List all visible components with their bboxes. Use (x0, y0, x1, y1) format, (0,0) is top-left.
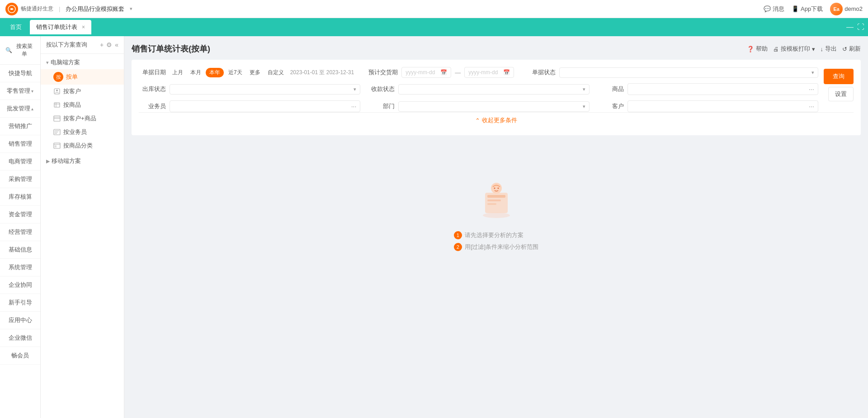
scheme-settings-icon[interactable]: ⚙ (106, 41, 112, 48)
sidebar-item-sales[interactable]: 销售管理 (0, 135, 40, 153)
sidebar-search-btn[interactable]: 🔍 搜索菜单 (4, 41, 37, 60)
filter-card: 单据日期 上月 本月 本年 (132, 60, 861, 135)
tree-item-by-customer-goods[interactable]: 按客户+商品 (41, 112, 124, 125)
filter-expected-date-group: 预计交货期 yyyy-mm-dd 📅 — yyyy-mm-dd 📅 (368, 67, 514, 78)
home-tab-label: 首页 (10, 23, 22, 31)
pay-status-select[interactable]: ▾ (398, 84, 589, 95)
settings-btn[interactable]: 设置 (828, 87, 854, 101)
date-separator: — (455, 69, 461, 76)
page-actions: ❓ 帮助 🖨 按模板打印 ▾ ↓ 导出 ↺ 刷新 (747, 45, 861, 53)
filter-row-2: 出库状态 ▾ 收款状态 ▾ (139, 83, 818, 95)
tree-item-by-order[interactable]: 按 按单 (41, 69, 124, 85)
date-btn-last-month[interactable]: 上月 (170, 68, 186, 77)
app-download-label: App下载 (801, 5, 823, 13)
sidebar-item-basic[interactable]: 基础信息 (0, 241, 40, 259)
goods-more-icon[interactable]: ··· (809, 86, 814, 93)
tree-item-by-category[interactable]: 按商品分类 (41, 139, 124, 152)
app-icon: 📱 (792, 5, 799, 12)
query-btn[interactable]: 查询 (824, 69, 854, 84)
sidebar-item-shortcut[interactable]: 快捷导航 (0, 65, 40, 82)
tree-group-pc[interactable]: ▾ 电脑端方案 (41, 56, 124, 69)
tab-sales-stats[interactable]: 销售订单统计表 × (30, 20, 91, 34)
ship-status-select[interactable]: ▾ (170, 84, 360, 95)
top-bar: 畅捷通好生意 | 办公用品行业模拟账套 ▾ 💬 消息 📱 App下载 Ea de… (0, 0, 868, 18)
by-goods-icon (53, 101, 61, 109)
page-title: 销售订单统计表(按单) (132, 43, 210, 54)
date-btn-more[interactable]: 更多 (247, 68, 263, 77)
system-dropdown-arrow[interactable]: ▾ (130, 6, 132, 12)
expected-date-end[interactable]: yyyy-mm-dd 📅 (464, 67, 514, 78)
expected-date-start[interactable]: yyyy-mm-dd 📅 (401, 67, 451, 78)
sidebar-item-retail[interactable]: 零售管理 ▾ (0, 82, 40, 100)
left-panel-actions: + ⚙ « (100, 41, 118, 48)
filter-dept-group: 部门 ▾ (368, 101, 589, 112)
svg-rect-15 (55, 145, 57, 147)
sidebar-item-member[interactable]: 畅会员 (0, 347, 40, 365)
date-btn-custom[interactable]: 自定义 (265, 68, 287, 77)
hint-text-2: 用[过滤]条件来缩小分析范围 (465, 243, 538, 251)
date-btn-last-7days[interactable]: 近7天 (226, 68, 245, 77)
date-quick-btns: 上月 本月 本年 近7天 (170, 68, 287, 77)
content-area: 销售订单统计表(按单) ❓ 帮助 🖨 按模板打印 ▾ ↓ 导出 ↺ 刷新 (124, 36, 868, 418)
user-area[interactable]: Ea demo2 (830, 3, 863, 15)
staff-more-icon[interactable]: ··· (351, 103, 357, 110)
status-dropdown-arrow: ▾ (811, 70, 814, 76)
expected-date-start-placeholder: yyyy-mm-dd (406, 69, 435, 76)
goods-select[interactable]: ··· (627, 83, 818, 95)
date-range-text: 2023-01-01 至 2023-12-31 (290, 69, 354, 76)
svg-rect-18 (487, 195, 505, 198)
sidebar-item-marketing[interactable]: 营销推广 (0, 118, 40, 135)
tree-item-by-staff[interactable]: 按业务员 (41, 125, 124, 139)
left-panel-header: 按以下方案查询 + ⚙ « (41, 36, 124, 54)
tab-home[interactable]: 首页 (4, 20, 28, 34)
tab-minimize-btn[interactable]: — (846, 23, 854, 31)
hint-num-2: 2 (454, 243, 462, 251)
sidebar-item-finance[interactable]: 资金管理 (0, 206, 40, 223)
staff-select[interactable]: ··· (170, 100, 360, 112)
collapse-panel-icon[interactable]: « (115, 41, 118, 48)
tree-item-by-customer[interactable]: 按客户 (41, 85, 124, 98)
sidebar-item-system[interactable]: 系统管理 (0, 259, 40, 276)
sidebar-item-purchase[interactable]: 采购管理 (0, 171, 40, 188)
tab-close-btn[interactable]: × (82, 24, 85, 30)
tab-actions: — ⛶ (846, 23, 864, 31)
message-btn[interactable]: 💬 消息 (764, 5, 784, 13)
date-btn-this-month[interactable]: 本月 (188, 68, 204, 77)
customer-select[interactable]: ··· (627, 100, 818, 112)
svg-point-22 (494, 188, 495, 189)
sidebar-item-wholesale[interactable]: 批发管理 ▴ (0, 100, 40, 118)
app-download-btn[interactable]: 📱 App下载 (792, 5, 823, 13)
tab-expand-btn[interactable]: ⛶ (857, 23, 864, 31)
tree-mobile-expand-icon: ▶ (46, 158, 50, 164)
customer-more-icon[interactable]: ··· (809, 103, 814, 110)
svg-point-2 (56, 90, 58, 91)
filter-row-1: 单据日期 上月 本月 本年 (139, 67, 818, 78)
print-btn[interactable]: 🖨 按模板打印 ▾ (773, 45, 815, 53)
tree-group-mobile[interactable]: ▶ 移动端方案 (41, 154, 124, 168)
collapse-filter-btn[interactable]: ⌃ 收起更多条件 (139, 112, 854, 128)
export-btn[interactable]: ↓ 导出 (821, 45, 837, 53)
sidebar-item-inventory[interactable]: 库存核算 (0, 188, 40, 206)
sidebar-item-ecommerce[interactable]: 电商管理 (0, 153, 40, 171)
help-btn[interactable]: ❓ 帮助 (747, 45, 768, 53)
tree-item-by-goods[interactable]: 按商品 (41, 98, 124, 112)
sidebar-item-operations[interactable]: 经营管理 (0, 223, 40, 241)
add-scheme-btn[interactable]: + (100, 41, 104, 48)
pay-status-dropdown-arrow: ▾ (583, 86, 585, 92)
pay-status-label: 收款状态 (368, 85, 395, 93)
sidebar-search-area: 🔍 搜索菜单 (0, 36, 40, 65)
export-icon: ↓ (821, 46, 824, 52)
status-select[interactable]: ▾ (559, 67, 818, 78)
collapse-icon: ⌃ (475, 117, 480, 124)
sidebar-item-wechat[interactable]: 企业微信 (0, 329, 40, 347)
sidebar-item-enterprise[interactable]: 企业协同 (0, 276, 40, 294)
sidebar: 🔍 搜索菜单 快捷导航 零售管理 ▾ 批发管理 ▴ 营销推广 销售管理 电商管理… (0, 36, 41, 418)
calendar-icon-end: 📅 (503, 69, 510, 76)
date-btn-this-year[interactable]: 本年 (206, 68, 224, 77)
tab-bar: 首页 销售订单统计表 × — ⛶ (0, 18, 868, 36)
by-order-icon: 按 (53, 72, 63, 82)
sidebar-item-apps[interactable]: 应用中心 (0, 312, 40, 329)
dept-select[interactable]: ▾ (398, 101, 589, 112)
sidebar-item-newbie[interactable]: 新手引导 (0, 294, 40, 312)
refresh-btn[interactable]: ↺ 刷新 (842, 45, 861, 53)
